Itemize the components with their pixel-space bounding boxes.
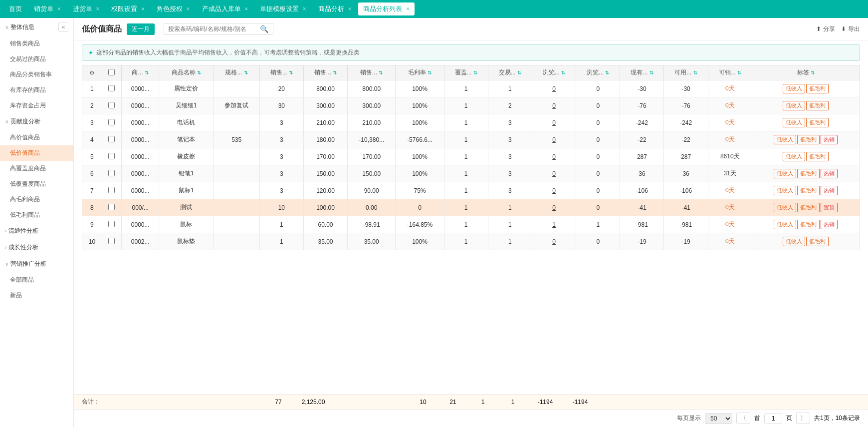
th-margin[interactable]: 毛利率 ⇅	[396, 65, 444, 80]
sidebar-item-low-value[interactable]: 低价值商品	[0, 145, 73, 161]
share-btn[interactable]: ⬆ 分享	[816, 25, 835, 33]
search-input[interactable]	[168, 25, 258, 32]
row-checkbox[interactable]	[108, 136, 115, 142]
next-page-btn[interactable]: 〉	[796, 413, 810, 424]
row-checkbox[interactable]	[108, 221, 115, 227]
sidebar-item-capital[interactable]: 库存资金占用	[0, 98, 73, 113]
sidebar-item-all-goods[interactable]: 全部商品	[0, 272, 73, 288]
first-page-btn[interactable]: 〈	[736, 413, 750, 424]
row-checkbox[interactable]	[108, 119, 115, 125]
sidebar-item-high-value[interactable]: 高价值商品	[0, 130, 73, 145]
th-sales-amount[interactable]: 销售... ⇅	[303, 65, 347, 80]
th-tags[interactable]: 标签 ⇅	[752, 65, 860, 80]
cell-sales-amount: 800.00	[303, 80, 347, 97]
cell-view1[interactable]: 0	[532, 114, 576, 131]
cell-checkbox[interactable]	[102, 233, 121, 250]
row-checkbox[interactable]	[108, 187, 115, 193]
table-container[interactable]: ⚙ 商... ⇅ 商品名称 ⇅ 规格... ⇅ 销售... ⇅ 销售... ⇅ …	[74, 65, 868, 394]
row-checkbox[interactable]	[108, 153, 115, 159]
cell-checkbox[interactable]	[102, 148, 121, 165]
th-saleable[interactable]: 可销... ⇅	[708, 65, 752, 80]
th-spec[interactable]: 规格... ⇅	[214, 65, 259, 80]
cell-view1[interactable]: 0	[532, 97, 576, 114]
sidebar-item-low-coverage[interactable]: 低覆盖度商品	[0, 176, 73, 192]
row-checkbox[interactable]	[108, 204, 115, 210]
sidebar-item-new-goods[interactable]: 新品	[0, 288, 73, 303]
page-input[interactable]	[764, 414, 782, 424]
tag: 热销	[821, 169, 838, 178]
view1-link[interactable]: 0	[552, 85, 556, 92]
cell-checkbox[interactable]	[102, 80, 121, 97]
th-current[interactable]: 现有... ⇅	[620, 65, 664, 80]
page-size-select[interactable]: 50 100	[705, 413, 732, 424]
cell-view1[interactable]: 0	[532, 165, 576, 182]
th-code[interactable]: 商... ⇅	[122, 65, 159, 80]
cell-checkbox[interactable]	[102, 165, 121, 182]
th-checkbox[interactable]	[102, 65, 121, 80]
cell-view1[interactable]: 0	[532, 80, 576, 97]
search-icon[interactable]: 🔍	[260, 25, 268, 33]
th-view2[interactable]: 浏览... ⇅	[576, 65, 620, 80]
cell-view1[interactable]: 0	[532, 182, 576, 199]
cell-view1[interactable]: 0	[532, 199, 576, 216]
tag: 低毛利	[806, 84, 829, 93]
row-checkbox[interactable]	[108, 85, 115, 91]
select-all-checkbox[interactable]	[108, 69, 115, 75]
sidebar-item-category-rate[interactable]: 商品分类销售率	[0, 67, 73, 82]
view1-link[interactable]: 0	[552, 238, 556, 245]
nav-analysis-list[interactable]: 商品分析列表 ×	[358, 2, 415, 15]
nav-home[interactable]: 首页	[4, 2, 27, 15]
sidebar-item-in-stock[interactable]: 有库存的商品	[0, 82, 73, 98]
sidebar-item-high-margin[interactable]: 高毛利商品	[0, 192, 73, 207]
sidebar-group-circulation[interactable]: ›流通性分析	[0, 223, 73, 239]
th-view1[interactable]: 浏览... ⇅	[532, 65, 576, 80]
export-btn[interactable]: ⬇ 导出	[841, 25, 860, 33]
cell-checkbox[interactable]	[102, 182, 121, 199]
sidebar-item-sales-goods[interactable]: 销售类商品	[0, 36, 73, 51]
view1-link[interactable]: 0	[552, 204, 556, 211]
cell-checkbox[interactable]	[102, 131, 121, 148]
nav-roles[interactable]: 角色授权 ×	[152, 2, 195, 15]
cell-checkbox[interactable]	[102, 114, 121, 131]
th-sales-count[interactable]: 销售... ⇅	[259, 65, 303, 80]
sidebar-item-high-coverage[interactable]: 高覆盖度商品	[0, 161, 73, 176]
filter-btn[interactable]: 近一月	[127, 23, 155, 35]
nav-purchase[interactable]: 进货单 ×	[68, 2, 105, 15]
th-coverage[interactable]: 覆盖... ⇅	[444, 65, 488, 80]
cell-view1[interactable]: 0	[532, 131, 576, 148]
cell-view1[interactable]: 0	[532, 148, 576, 165]
cell-view1[interactable]: 1	[532, 216, 576, 233]
view1-link[interactable]: 1	[552, 221, 556, 228]
nav-analysis[interactable]: 商品分析 ×	[313, 2, 357, 15]
th-sales-cost[interactable]: 销售... ⇅	[348, 65, 396, 80]
view1-link[interactable]: 0	[552, 153, 556, 160]
cell-checkbox[interactable]	[102, 199, 121, 216]
row-checkbox[interactable]	[108, 170, 115, 176]
th-name[interactable]: 商品名称 ⇅	[159, 65, 214, 80]
view1-link[interactable]: 0	[552, 102, 556, 109]
sidebar-group-marketing[interactable]: ∨营销推广分析	[0, 256, 73, 272]
nav-permissions[interactable]: 权限设置 ×	[106, 2, 150, 15]
cell-view1[interactable]: 0	[532, 233, 576, 250]
sidebar-group-growth[interactable]: ›成长性分析	[0, 239, 73, 256]
th-settings[interactable]: ⚙	[82, 65, 102, 80]
view1-link[interactable]: 0	[552, 119, 556, 126]
nav-stock-in[interactable]: 产成品入库单 ×	[197, 2, 253, 15]
cell-no: 9	[82, 216, 102, 233]
sidebar-group-contribution[interactable]: ∨贡献度分析	[0, 113, 73, 130]
cell-checkbox[interactable]	[102, 97, 121, 114]
row-checkbox[interactable]	[108, 238, 115, 244]
view1-link[interactable]: 0	[552, 136, 556, 143]
nav-sales[interactable]: 销货单 ×	[29, 2, 66, 15]
th-available[interactable]: 可用... ⇅	[664, 65, 708, 80]
row-checkbox[interactable]	[108, 102, 115, 108]
sidebar-group-overall[interactable]: ∨整体信息 «	[0, 18, 73, 36]
nav-templates[interactable]: 单据模板设置 ×	[255, 2, 311, 15]
view1-link[interactable]: 0	[552, 187, 556, 194]
sidebar-item-traded[interactable]: 交易过的商品	[0, 51, 73, 67]
cell-checkbox[interactable]	[102, 216, 121, 233]
sidebar-item-low-margin[interactable]: 低毛利商品	[0, 207, 73, 223]
th-trade[interactable]: 交易... ⇅	[488, 65, 532, 80]
collapse-btn[interactable]: «	[58, 22, 68, 32]
view1-link[interactable]: 0	[552, 170, 556, 177]
